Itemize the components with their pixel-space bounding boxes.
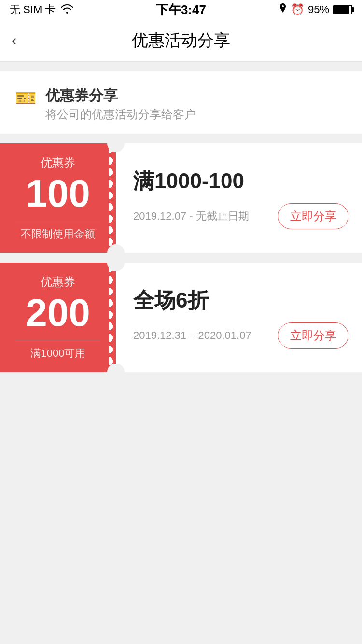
coupons-list: 优惠券 100 不限制使用金额 满1000-100 2019.12.07 - 无… <box>0 143 362 372</box>
status-left: 无 SIM 卡 <box>10 2 74 17</box>
coupon-left-2: 优惠券 200 满1000可用 <box>0 263 116 372</box>
page-title: 优惠活动分享 <box>132 29 230 52</box>
section-title: 优惠券分享 <box>45 86 196 105</box>
nav-bar: ‹ 优惠活动分享 <box>0 19 362 62</box>
battery-percent: 95% <box>308 3 329 16</box>
location-icon <box>278 3 287 16</box>
coupon-notch-bottom-2 <box>107 364 125 381</box>
coupon-meta-2: 2019.12.31 – 2020.01.07 立即分享 <box>133 322 348 349</box>
coupon-condition-1: 不限制使用金额 <box>21 227 95 241</box>
coupon-notch-top-1 <box>107 135 125 152</box>
share-button-1[interactable]: 立即分享 <box>278 203 348 229</box>
carrier-text: 无 SIM 卡 <box>10 2 56 17</box>
section-subtitle: 将公司的优惠活动分享给客户 <box>45 107 196 122</box>
coupon-section-icon: 🎫 <box>14 86 38 110</box>
coupon-label-2: 优惠券 <box>41 274 75 290</box>
battery-icon <box>333 5 352 14</box>
coupon-card-2: 优惠券 200 满1000可用 全场6折 2019.12.31 – 2020.0… <box>0 263 362 372</box>
wifi-icon <box>60 3 74 16</box>
alarm-icon: ⏰ <box>291 3 304 16</box>
status-right: ⏰ 95% <box>278 3 352 16</box>
status-time: 下午3:47 <box>156 1 206 18</box>
coupon-label-1: 优惠券 <box>41 155 75 170</box>
coupon-divider-1 <box>15 221 100 221</box>
coupon-meta-1: 2019.12.07 - 无截止日期 立即分享 <box>133 203 348 229</box>
coupon-name-2: 全场6折 <box>133 286 348 315</box>
coupon-amount-2: 200 <box>26 294 90 332</box>
section-text: 优惠券分享 将公司的优惠活动分享给客户 <box>45 86 196 122</box>
empty-area <box>0 372 362 614</box>
back-button[interactable]: ‹ <box>12 31 17 49</box>
section-header: 🎫 优惠券分享 将公司的优惠活动分享给客户 <box>0 71 362 134</box>
coupon-notch-top-2 <box>107 254 125 271</box>
coupon-amount-1: 100 <box>26 174 90 213</box>
share-button-2[interactable]: 立即分享 <box>278 322 348 349</box>
status-bar: 无 SIM 卡 下午3:47 ⏰ 95% <box>0 0 362 19</box>
coupon-right-1: 满1000-100 2019.12.07 - 无截止日期 立即分享 <box>116 143 362 253</box>
coupon-card-1: 优惠券 100 不限制使用金额 满1000-100 2019.12.07 - 无… <box>0 143 362 253</box>
coupon-date-2: 2019.12.31 – 2020.01.07 <box>133 329 272 342</box>
coupon-name-1: 满1000-100 <box>133 167 348 196</box>
coupon-date-1: 2019.12.07 - 无截止日期 <box>133 209 272 224</box>
coupon-divider-2 <box>15 340 100 340</box>
coupon-condition-2: 满1000可用 <box>30 346 86 361</box>
coupon-right-2: 全场6折 2019.12.31 – 2020.01.07 立即分享 <box>116 263 362 372</box>
coupon-left-1: 优惠券 100 不限制使用金额 <box>0 143 116 253</box>
